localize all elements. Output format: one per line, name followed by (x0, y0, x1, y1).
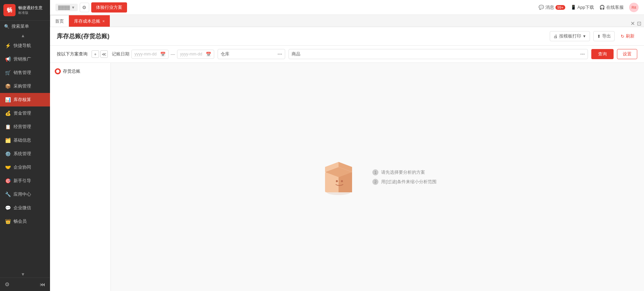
sidebar-footer: ⚙ ⏮ (0, 277, 50, 291)
app-download-button[interactable]: 📱 App下载 (571, 4, 594, 10)
settings-icon[interactable]: ⚙ (5, 281, 9, 288)
sidebar-item-label: 新手引导 (14, 178, 31, 184)
tab-home-label: 首页 (55, 18, 64, 24)
svg-point-7 (336, 180, 338, 182)
tabs-right-controls: ✕ ⊡ (630, 20, 644, 27)
calendar-start-icon[interactable]: 📅 (160, 52, 166, 57)
date-start-input[interactable]: yyyy-mm-dd 📅 (131, 50, 169, 59)
product-label: 商品 (292, 51, 300, 57)
tab-close-panel-icon[interactable]: ✕ (630, 20, 635, 27)
warehouse-input[interactable]: 仓库 ••• (218, 49, 285, 59)
page-title: 库存总账(存货总账) (57, 32, 109, 40)
search-icon: 🔍 (4, 24, 9, 29)
member-icon: 👑 (5, 218, 11, 224)
sidebar-item-label: 资金管理 (14, 110, 31, 116)
calendar-end-icon[interactable]: 📅 (206, 52, 211, 57)
product-filter-field: 商品 ••• (289, 49, 588, 59)
empty-state: 1 请先选择要分析的方案 2 用[过滤]条件来缩小分析范围 (111, 63, 644, 291)
sidebar: 畅 畅捷通好生意 标准版 🔍 搜索菜单 ▲ ⚡ 快捷导航 📢 营销推广 🛒 销售… (0, 0, 50, 291)
message-button[interactable]: 💬 消息 99+ (539, 4, 565, 10)
tab-resize-icon[interactable]: ⊡ (637, 20, 641, 27)
sidebar-item-purchase[interactable]: 📦 采购管理 (0, 79, 50, 93)
sidebar-item-marketing[interactable]: 📢 营销推广 (0, 52, 50, 66)
topbar-gear-button[interactable]: ⚙ (80, 3, 89, 12)
refresh-button[interactable]: ↻ 刷新 (618, 31, 637, 41)
sales-icon: 🛒 (5, 70, 11, 76)
export-icon: ⬆ (597, 34, 601, 39)
settings-button[interactable]: 设置 (617, 49, 637, 59)
hint1-text: 请先选择要分析的方案 (381, 169, 425, 175)
refresh-label: 刷新 (626, 33, 635, 39)
search-menu-label: 搜索菜单 (11, 23, 29, 29)
filter-scheme-label: 按以下方案查询 (57, 51, 88, 57)
scheme-icon (55, 68, 61, 74)
sidebar-scroll-up[interactable]: ▲ (0, 32, 46, 39)
scheme-item-label: 存货总账 (63, 68, 80, 74)
breadcrumb-selector[interactable]: ▓▓▓▓ ▼ (55, 4, 78, 11)
tab-inventory-ledger[interactable]: 库存成本总账 × (69, 15, 110, 27)
tab-close-icon[interactable]: × (102, 19, 105, 24)
sidebar-item-label: 经营管理 (14, 124, 31, 130)
date-start-placeholder: yyyy-mm-dd (134, 52, 156, 56)
sidebar-item-wechat[interactable]: 💬 企业微信 (0, 201, 50, 215)
logo-icon: 畅 (3, 4, 16, 16)
product-input[interactable]: 商品 ••• (289, 49, 588, 59)
sidebar-item-operations[interactable]: 📋 经营管理 (0, 120, 50, 134)
search-menu[interactable]: 🔍 搜索菜单 (0, 21, 50, 32)
sidebar-item-inventory[interactable]: 📊 库存核算 (0, 93, 50, 106)
template-print-button[interactable]: 🖨 按模板打印 ▼ (550, 31, 590, 41)
product-more-icon[interactable]: ••• (580, 52, 585, 57)
app-logo: 畅 畅捷通好生意 标准版 (0, 0, 50, 21)
app-name: 畅捷通好生意 (18, 5, 43, 11)
sidebar-item-finance[interactable]: 💰 资金管理 (0, 106, 50, 120)
sidebar-item-label: 企业微信 (14, 205, 31, 211)
sidebar-item-system[interactable]: ⚙️ 系统管理 (0, 147, 50, 161)
chevron-down-icon: ▼ (71, 5, 75, 9)
warehouse-more-icon[interactable]: ••• (277, 52, 282, 57)
sidebar-scroll-down[interactable]: ▼ (0, 271, 46, 277)
scheme-item-inventory[interactable]: 存货总账 (50, 66, 110, 77)
page-header: 库存总账(存货总账) 🖨 按模板打印 ▼ ⬆ 导出 ↻ 刷新 (50, 27, 644, 46)
empty-hint-1: 1 请先选择要分析的方案 (372, 169, 436, 175)
sidebar-item-sales[interactable]: 🛒 销售管理 (0, 66, 50, 79)
filter-row: 记账日期 yyyy-mm-dd 📅 — yyyy-mm-dd 📅 仓库 ••• (112, 49, 637, 59)
date-end-input[interactable]: yyyy-mm-dd 📅 (177, 50, 214, 59)
date-field-label: 记账日期 (112, 51, 129, 57)
sidebar-item-label: 销售管理 (14, 70, 31, 76)
purchase-icon: 📦 (5, 83, 11, 89)
filter-collapse-button[interactable]: ≪ (100, 50, 108, 58)
hint2-text: 用[过滤]条件来缩小分析范围 (381, 179, 436, 185)
filter-add-button[interactable]: + (92, 50, 99, 58)
sidebar-item-label: 营销推广 (14, 56, 31, 62)
sidebar-item-app-center[interactable]: 🔧 应用中心 (0, 188, 50, 201)
sidebar-item-label: 快捷导航 (14, 43, 31, 49)
filter-actions: + ≪ (92, 50, 108, 58)
app-download-label: App下载 (577, 4, 594, 10)
online-service-label: 在线客服 (606, 4, 624, 10)
breadcrumb-area: ▓▓▓▓ ▼ ⚙ 体验行业方案 (55, 2, 535, 13)
sidebar-item-label: 应用中心 (14, 191, 31, 197)
export-button[interactable]: ⬆ 导出 (593, 31, 615, 41)
tab-home[interactable]: 首页 (50, 15, 69, 27)
template-print-chevron[interactable]: ▼ (583, 34, 586, 38)
sidebar-item-guide[interactable]: 🎯 新手引导 (0, 174, 50, 188)
sidebar-item-quick-nav[interactable]: ⚡ 快捷导航 (0, 39, 50, 52)
sidebar-item-label: 企业协同 (14, 164, 31, 170)
avatar: Rit (629, 3, 639, 12)
marketing-icon: 📢 (5, 56, 11, 62)
industry-solution-button[interactable]: 体验行业方案 (91, 2, 127, 13)
inventory-icon: 📊 (5, 97, 11, 103)
warehouse-label: 仓库 (221, 51, 229, 57)
date-separator: — (171, 52, 175, 57)
sidebar-item-enterprise[interactable]: 🤝 企业协同 (0, 161, 50, 174)
finance-icon: 💰 (5, 110, 11, 116)
sidebar-item-member[interactable]: 👑 畅会员 (0, 215, 50, 228)
sidebar-item-label: 系统管理 (14, 151, 31, 157)
user-menu[interactable]: Rit (629, 3, 639, 12)
collapse-icon[interactable]: ⏮ (40, 282, 45, 288)
sidebar-item-basic-info[interactable]: 🗂️ 基础信息 (0, 134, 50, 147)
online-service-button[interactable]: 🎧 在线客服 (599, 4, 624, 10)
message-icon: 💬 (539, 5, 544, 10)
query-button[interactable]: 查询 (591, 49, 614, 59)
message-label: 消息 (545, 4, 554, 10)
